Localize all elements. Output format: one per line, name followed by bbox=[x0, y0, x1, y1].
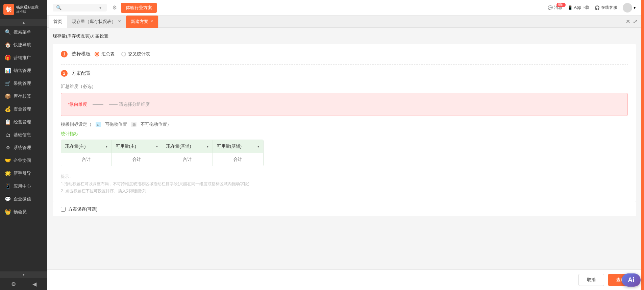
sidebar-item-basic-info[interactable]: 🗂 基础信息 bbox=[0, 128, 47, 141]
sidebar-item-quick-nav[interactable]: 🏠 快捷导航 bbox=[0, 39, 47, 51]
sidebar-item-system[interactable]: ⚙ 系统管理 bbox=[0, 141, 47, 154]
quick-nav-icon: 🏠 bbox=[5, 42, 11, 48]
sidebar-item-label: 应用中心 bbox=[14, 183, 31, 189]
sidebar-item-purchase[interactable]: 🛒 采购管理 bbox=[0, 77, 47, 90]
page-title: 现存量(库存状况表)方案设置 bbox=[53, 33, 636, 39]
col-chevron-1[interactable]: ▾ bbox=[156, 145, 158, 148]
save-checkbox[interactable] bbox=[61, 207, 66, 212]
col-chevron-2[interactable]: ▾ bbox=[207, 145, 208, 148]
service-icon: 🎧 bbox=[595, 5, 600, 10]
industry-btn[interactable]: 体验行业方案 bbox=[121, 3, 157, 13]
sidebar-item-label: 销售管理 bbox=[14, 68, 31, 74]
topbar-gear-icon[interactable]: ⚙ bbox=[112, 4, 117, 11]
dim-placeholder-text: —— 请选择分组维度 bbox=[109, 101, 150, 107]
tabs-bar: 首页 现存量（库存状况表） ✕ 新建方案 ✕ ✕ ⤢ bbox=[47, 16, 641, 28]
purchase-icon: 🛒 bbox=[5, 80, 11, 87]
sidebar-item-operations[interactable]: 📋 经营管理 bbox=[0, 116, 47, 128]
cancel-button[interactable]: 取消 bbox=[578, 274, 604, 286]
col-label-0: 现存量(主) bbox=[65, 143, 86, 149]
topbar-app[interactable]: 📱 App下载 bbox=[568, 5, 589, 10]
sidebar-item-sales[interactable]: 📊 销售管理 bbox=[0, 64, 47, 77]
sidebar-item-inventory[interactable]: 📦 库存核算 bbox=[0, 90, 47, 103]
step1-num: 1 bbox=[61, 51, 68, 57]
sidebar-item-label: 基础信息 bbox=[14, 132, 31, 138]
col-label-1: 可用量(主) bbox=[116, 143, 137, 149]
sidebar-item-new-guide[interactable]: 🌟 新手引导 bbox=[0, 167, 47, 180]
tab-new-scheme-close-icon[interactable]: ✕ bbox=[150, 19, 153, 24]
col-header-0[interactable]: 现存量(主) ▾ bbox=[61, 140, 112, 153]
col-chevron-3[interactable]: ▾ bbox=[257, 145, 259, 148]
system-icon: ⚙ bbox=[5, 145, 11, 151]
sidebar-item-member[interactable]: 👑 畅会员 bbox=[0, 206, 47, 218]
stats-cell-3: 合计 bbox=[213, 153, 264, 166]
step2-num: 2 bbox=[61, 70, 68, 77]
sidebar: 畅 畅康通好生意 标准版 ▲ 🔍 搜索菜单 🏠 快捷导航 🎁 营销推广 📊 销售… bbox=[0, 0, 47, 290]
scheme-config-card: 1 选择模板 汇总表 交叉统计表 2 方案配置 bbox=[53, 44, 636, 202]
save-row: 方案保存(可选) bbox=[53, 202, 636, 216]
search-input[interactable] bbox=[64, 5, 97, 10]
content-area: 现存量(库存状况表)方案设置 1 选择模板 汇总表 交叉统计表 bbox=[47, 28, 641, 269]
indicator-settings: 模板指标设定（ □ 可拖动位置 ▨ 不可拖动位置） 统计指标 现存量(主) ▾ bbox=[61, 121, 628, 166]
topbar-msg[interactable]: 💬 消息 99+ bbox=[548, 5, 562, 10]
col-chevron-0[interactable]: ▾ bbox=[106, 145, 107, 148]
indicator-label-text: 模板指标设定（ bbox=[61, 121, 92, 127]
tips-item-1: 2. 点击标题栏下拉可设置排序、插入列和删除列 bbox=[61, 188, 628, 195]
topbar-user[interactable]: ▾ bbox=[623, 3, 636, 13]
fixed-badge: ▨ bbox=[131, 122, 137, 127]
collapse-icon[interactable]: ◀ bbox=[32, 281, 36, 287]
topbar-service[interactable]: 🎧 在线客服 bbox=[595, 5, 617, 10]
sidebar-item-label: 经营管理 bbox=[14, 119, 31, 125]
tab-new-scheme[interactable]: 新建方案 ✕ bbox=[126, 16, 158, 28]
tab-close-all-btn[interactable]: ✕ bbox=[626, 18, 630, 25]
sidebar-logo: 畅 畅康通好生意 标准版 bbox=[0, 0, 47, 19]
col-header-3[interactable]: 可用量(基辅) ▾ bbox=[213, 140, 264, 153]
tab-maximize-btn[interactable]: ⤢ bbox=[633, 18, 637, 25]
tab-inventory-label: 现存量（库存状况表） bbox=[72, 19, 116, 25]
msg-badge: 99+ bbox=[556, 3, 566, 7]
tab-new-scheme-label: 新建方案 bbox=[131, 19, 148, 25]
tab-inventory-status[interactable]: 现存量（库存状况表） ✕ bbox=[67, 16, 126, 28]
app-name: 畅康通好生意 bbox=[16, 5, 39, 9]
sidebar-nav: 🔍 搜索菜单 🏠 快捷导航 🎁 营销推广 📊 销售管理 🛒 采购管理 📦 库存核… bbox=[0, 26, 47, 271]
topbar-right: 💬 消息 99+ 📱 App下载 🎧 在线客服 ▾ bbox=[548, 3, 636, 13]
stats-cell-0: 合计 bbox=[61, 153, 112, 166]
tab-inventory-close-icon[interactable]: ✕ bbox=[118, 19, 121, 24]
tips-item-0: 1.拖动标题栏可以调整布局，不可跨维度或指标区域拖动栏目字段(只能在同一维度或指… bbox=[61, 180, 628, 188]
col-header-1[interactable]: 可用量(主) ▾ bbox=[112, 140, 163, 153]
dim-arrow-icon: —— bbox=[93, 101, 103, 107]
sidebar-item-enterprise-wx[interactable]: 💬 企业微信 bbox=[0, 193, 47, 206]
avatar bbox=[623, 3, 632, 13]
operations-icon: 📋 bbox=[5, 119, 11, 125]
right-mini-bar bbox=[641, 0, 644, 290]
sidebar-item-label: 采购管理 bbox=[14, 80, 31, 87]
dim-required-text: *纵向维度 bbox=[68, 101, 87, 107]
summary-dim-label: 汇总维度（必选） bbox=[61, 83, 628, 90]
topbar: 🔍 ▾ ⚙ 体验行业方案 💬 消息 99+ 📱 App下载 🎧 在线客服 ▾ bbox=[47, 0, 641, 16]
template-radio-group: 汇总表 交叉统计表 bbox=[95, 51, 150, 57]
sidebar-item-label: 新手引导 bbox=[14, 170, 31, 176]
sidebar-item-marketing[interactable]: 🎁 营销推广 bbox=[0, 51, 47, 64]
sales-icon: 📊 bbox=[5, 68, 11, 74]
search-dropdown-icon[interactable]: ▾ bbox=[99, 5, 101, 10]
sidebar-scroll-up[interactable]: ▲ bbox=[0, 19, 47, 26]
sidebar-item-label: 搜索菜单 bbox=[14, 29, 31, 35]
settings-icon[interactable]: ⚙ bbox=[11, 281, 16, 287]
tab-home[interactable]: 首页 bbox=[49, 16, 67, 28]
sidebar-item-enterprise[interactable]: 🤝 企业协同 bbox=[0, 154, 47, 167]
sidebar-item-finance[interactable]: 💰 资金管理 bbox=[0, 103, 47, 116]
message-icon: 💬 bbox=[548, 5, 553, 10]
indicator-movable-text: 可拖动位置 bbox=[105, 121, 127, 127]
topbar-search[interactable]: 🔍 ▾ bbox=[53, 4, 107, 11]
sidebar-scroll-down[interactable]: ▼ bbox=[0, 271, 47, 278]
radio-summary[interactable]: 汇总表 bbox=[95, 51, 115, 57]
ai-badge[interactable]: Ai bbox=[622, 273, 641, 287]
sidebar-item-label: 企业协同 bbox=[14, 158, 31, 164]
col-header-2[interactable]: 现存量(基辅) ▾ bbox=[162, 140, 213, 153]
chevron-down-icon: ▾ bbox=[634, 5, 636, 10]
radio-cross-dot bbox=[121, 52, 126, 56]
dimension-box[interactable]: *纵向维度 —— —— 请选择分组维度 bbox=[61, 93, 628, 116]
sidebar-item-app-center[interactable]: 📱 应用中心 bbox=[0, 180, 47, 193]
radio-cross-label: 交叉统计表 bbox=[128, 51, 150, 57]
sidebar-item-search-menu[interactable]: 🔍 搜索菜单 bbox=[0, 26, 47, 39]
radio-cross[interactable]: 交叉统计表 bbox=[121, 51, 150, 57]
